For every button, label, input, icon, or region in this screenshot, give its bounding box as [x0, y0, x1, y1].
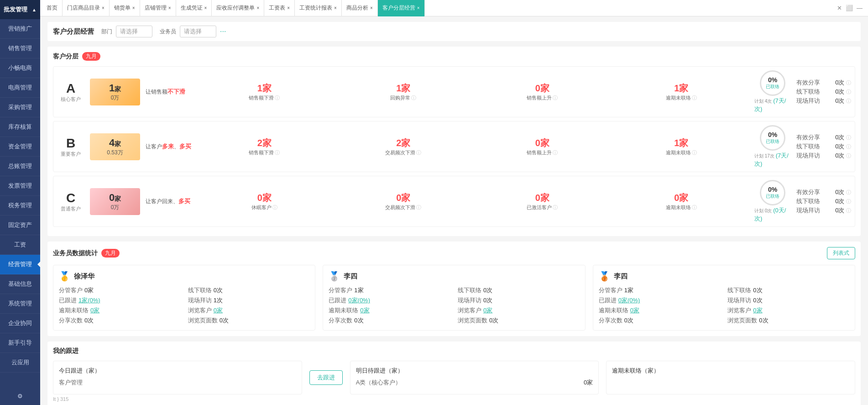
sidebar-item-库存核算[interactable]: 库存核算: [0, 117, 40, 137]
circle-percent-A: 0%: [768, 76, 777, 84]
stat-value[interactable]: 0家: [214, 306, 223, 315]
sidebar-item-税务管理[interactable]: 税务管理: [0, 196, 40, 216]
tab-minimize-icon[interactable]: —: [857, 5, 863, 11]
tab-店铺管理[interactable]: 店铺管理×: [140, 0, 176, 16]
info-icon-small[interactable]: ⓘ: [846, 144, 851, 149]
info-icon[interactable]: ⓘ: [416, 149, 421, 156]
tab-生成凭证[interactable]: 生成凭证×: [176, 0, 212, 16]
metric-交易频次下滑: 2家交易频次下滑 ⓘ: [336, 135, 471, 158]
dept-filter-select[interactable]: 请选择: [116, 26, 152, 37]
info-icon[interactable]: ⓘ: [692, 204, 697, 211]
sidebar-item-系统管理[interactable]: 系统管理: [0, 294, 40, 314]
salesperson-header-1: 🥈 李四: [329, 271, 579, 282]
sidebar-item-基础信息[interactable]: 基础信息: [0, 274, 40, 294]
today-follow-row-1: 客户管理: [59, 379, 296, 387]
info-icon-small[interactable]: ⓘ: [846, 135, 851, 140]
sidebar-item-营销推广[interactable]: 营销推广: [0, 19, 40, 39]
tab-actions[interactable]: ✕ ⬜ —: [837, 5, 866, 11]
sidebar-item-总账管理[interactable]: 总账管理: [0, 157, 40, 176]
info-icon[interactable]: ⓘ: [411, 95, 416, 101]
sidebar-item-经营管理[interactable]: 经营管理: [0, 255, 40, 274]
sidebar-item-工资[interactable]: 工资: [0, 235, 40, 255]
sidebar-item-销售管理[interactable]: 销售管理: [0, 39, 40, 58]
metric-label: 逾期未联络 ⓘ: [616, 204, 748, 211]
info-icon-small[interactable]: ⓘ: [846, 199, 851, 204]
stat-value[interactable]: 0家: [90, 306, 99, 315]
sidebar-item-小畅电商[interactable]: 小畅电商: [0, 58, 40, 78]
sidebar-item-采购管理[interactable]: 采购管理: [0, 98, 40, 117]
salesperson-stats-1: 分管客户1家线下联络0次已跟进0家(0%)现场拜访0次逾期未联络0家浏览客户0家…: [329, 286, 579, 325]
tab-close-应收应付调整单[interactable]: ×: [256, 5, 259, 11]
info-icon-small[interactable]: ⓘ: [846, 153, 851, 158]
tier-count-box-A[interactable]: 1家0万: [90, 79, 140, 105]
stat-value: 1家: [354, 286, 363, 295]
tab-close-生成凭证[interactable]: ×: [204, 5, 207, 11]
list-view-btn[interactable]: 列表式: [827, 247, 855, 259]
tab-close-客户分层经营[interactable]: ×: [417, 5, 420, 11]
info-icon-small[interactable]: ⓘ: [846, 208, 851, 213]
sales-filter-select[interactable]: 请选择: [180, 26, 216, 37]
info-icon-small[interactable]: ⓘ: [846, 80, 851, 85]
tab-工资表[interactable]: 工资表×: [264, 0, 295, 16]
sidebar-settings-icon[interactable]: ⚙: [0, 387, 40, 405]
today-follow-box: 今日跟进（家） 客户管理: [53, 361, 302, 394]
side-stat-label: 线下联络: [796, 197, 820, 205]
info-icon-small[interactable]: ⓘ: [846, 189, 851, 195]
sales-filter-more[interactable]: ···: [220, 27, 226, 36]
stat-value[interactable]: 0家(0%): [618, 296, 640, 305]
tab-close-门店商品目录[interactable]: ×: [102, 5, 105, 11]
tab-close-销货单[interactable]: ×: [132, 5, 135, 11]
stat-value[interactable]: 0家: [753, 306, 762, 315]
info-icon[interactable]: ⓘ: [692, 149, 697, 156]
info-icon-small[interactable]: ⓘ: [846, 98, 851, 104]
tab-首页[interactable]: 首页: [42, 0, 63, 16]
sidebar-item-资金管理[interactable]: 资金管理: [0, 137, 40, 157]
tab-销货单[interactable]: 销货单×: [110, 0, 140, 16]
info-icon[interactable]: ⓘ: [692, 95, 697, 101]
stat-value[interactable]: 0家: [483, 306, 492, 315]
tab-工资统计报表[interactable]: 工资统计报表×: [295, 0, 342, 16]
sidebar-item-固定资产[interactable]: 固定资产: [0, 216, 40, 235]
info-icon[interactable]: ⓘ: [553, 149, 558, 156]
tab-客户分层经营[interactable]: 客户分层经营×: [378, 0, 425, 16]
stat-value[interactable]: 0家(0%): [348, 296, 370, 305]
circle-sublabel-A: 已联络: [766, 84, 779, 90]
stat-value: 1次: [214, 296, 223, 305]
info-icon[interactable]: ⓘ: [553, 204, 558, 211]
tier-count-box-B[interactable]: 4家0.53万: [90, 133, 140, 160]
info-icon-small[interactable]: ⓘ: [846, 89, 851, 95]
tier-count-box-C[interactable]: 0家0万: [90, 188, 140, 215]
info-icon[interactable]: ⓘ: [275, 95, 280, 101]
sidebar-item-云应用[interactable]: 云应用: [0, 353, 40, 373]
sidebar-item-发票管理[interactable]: 发票管理: [0, 176, 40, 196]
info-icon[interactable]: ⓘ: [275, 149, 280, 156]
tab-close-工资表[interactable]: ×: [287, 5, 290, 11]
stat-现场拜访: 现场拜访1次: [188, 296, 310, 305]
tab-close-icon[interactable]: ✕: [837, 5, 842, 11]
dept-filter: 部门 请选择: [101, 26, 152, 37]
sidebar-item-新手引导[interactable]: 新手引导: [0, 333, 40, 353]
info-icon[interactable]: ⓘ: [416, 204, 421, 211]
side-stat-val: 0次 ⓘ: [835, 79, 851, 87]
tab-restore-icon[interactable]: ⬜: [846, 5, 853, 11]
tab-应收应付调整单[interactable]: 应收应付调整单×: [212, 0, 264, 16]
tab-close-店铺管理[interactable]: ×: [168, 5, 171, 11]
info-icon[interactable]: ⓘ: [272, 204, 277, 211]
sidebar-item-企业协同[interactable]: 企业协同: [0, 314, 40, 333]
sidebar-item-电商管理[interactable]: 电商管理: [0, 78, 40, 98]
stat-value[interactable]: 0家: [630, 306, 639, 315]
stat-value[interactable]: 0家: [360, 306, 369, 315]
metric-count: 0家: [199, 192, 330, 204]
stat-分享次数: 分享次数0次: [599, 316, 721, 325]
stat-分管客户: 分管客户0家: [59, 286, 181, 295]
tier-a-val: 0家: [584, 379, 593, 387]
stat-value[interactable]: 1家(0%): [78, 296, 100, 305]
sidebar-header[interactable]: 批发管理 ▲: [0, 0, 40, 19]
tab-close-商品分析[interactable]: ×: [370, 5, 373, 11]
tab-商品分析[interactable]: 商品分析×: [342, 0, 378, 16]
tab-close-工资统计报表[interactable]: ×: [334, 5, 337, 11]
go-follow-btn[interactable]: 去跟进: [309, 370, 343, 385]
side-stat-label: 现场拜访: [796, 206, 820, 215]
info-icon[interactable]: ⓘ: [553, 95, 558, 101]
tab-门店商品目录[interactable]: 门店商品目录×: [63, 0, 110, 16]
